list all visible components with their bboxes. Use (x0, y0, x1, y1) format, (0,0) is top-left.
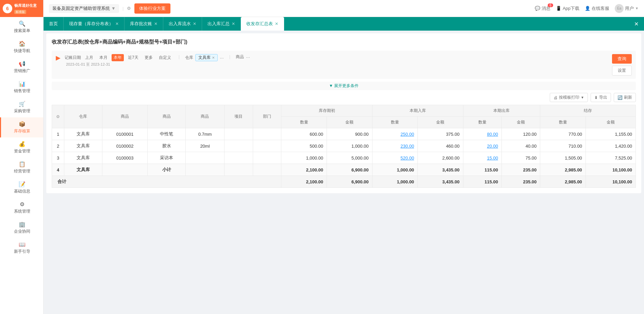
setting-button[interactable]: 设置 (612, 66, 632, 76)
cell-product-spec (186, 164, 224, 176)
sidebar-item-enterprise[interactable]: 🏢 企业协同 (0, 218, 43, 238)
sidebar-item-system[interactable]: ⚙ 系统管理 (0, 198, 43, 218)
sidebar-item-search[interactable]: 🔍 搜索菜单 (0, 17, 43, 37)
refresh-btn[interactable]: 🔄 刷新 (614, 93, 636, 102)
date-btn-this-year[interactable]: 本年 (112, 54, 124, 61)
sidebar-item-label: 新手引导 (14, 249, 30, 254)
tab-flow[interactable]: 出入库流水 ✕ (163, 17, 202, 31)
tab-inventory-dist[interactable]: 现存量（库存分布表） ✕ (64, 17, 125, 31)
cell-out-qty[interactable]: 20.00 (463, 140, 501, 152)
tab-close-icon[interactable]: ✕ (232, 21, 235, 26)
tab-summary[interactable]: 出入库汇总 ✕ (202, 17, 241, 31)
cell-in-qty[interactable]: 230.00 (372, 140, 418, 152)
cell-product-code: 0100003 (102, 152, 148, 164)
print-btn[interactable]: 🖨 按模板打印 ▼ (550, 93, 588, 102)
tab-bar: 首页 现存量（库存分布表） ✕ 库存批次账 ✕ 出入库流水 ✕ 出入库汇总 ✕ … (44, 17, 644, 31)
cell-out-amt: 40.00 (501, 140, 540, 152)
sidebar-item-guide[interactable]: 📖 新手引导 (0, 238, 43, 258)
cell-product-code: 0100002 (102, 140, 148, 152)
experience-button[interactable]: 体验行业方案 (134, 3, 170, 14)
column-settings-icon[interactable]: ⚙ (56, 114, 60, 119)
export-btn[interactable]: ⬇ 导出 (591, 93, 611, 102)
total-closing-amt: 10,100.00 (585, 176, 635, 188)
sidebar-item-purchase[interactable]: 🛒 采购管理 (0, 97, 43, 117)
sidebar-item-sales[interactable]: 📊 销售管理 (0, 77, 43, 97)
refresh-icon: 🔄 (617, 95, 623, 100)
tab-bar-close-btn[interactable]: ✕ (629, 21, 644, 27)
tab-batch[interactable]: 库存批次账 ✕ (125, 17, 163, 31)
tab-receive-summary[interactable]: 收发存汇总表 ✕ (241, 17, 284, 31)
total-closing-qty: 2,985.00 (540, 176, 586, 188)
logo-icon: 6 (3, 4, 12, 13)
tab-close-active-icon[interactable]: ✕ (275, 21, 278, 26)
tab-home[interactable]: 首页 (44, 17, 64, 31)
product-more-btn[interactable]: ··· (246, 54, 250, 60)
message-item[interactable]: 💬 消息 6 (535, 5, 550, 12)
toolbar: 🖨 按模板打印 ▼ ⬇ 导出 🔄 刷新 (52, 93, 636, 102)
app-download-item[interactable]: 📱 App下载 (556, 5, 579, 12)
logo-text-group: 畅库逍好生意 标准版 (14, 3, 37, 14)
export-icon: ⬇ (594, 95, 598, 100)
sidebar-item-inventory[interactable]: 📦 库存核算 (0, 117, 43, 137)
cell-in-amt: 375.00 (418, 128, 463, 140)
sidebar-item-basic-info[interactable]: 📝 基础信息 (0, 178, 43, 198)
online-service-item[interactable]: 👤 在线客服 (585, 5, 609, 12)
product-label: 商品 (236, 54, 244, 60)
sidebar-item-label: 快捷导航 (14, 48, 30, 54)
cell-opening-amt: 6,900.00 (327, 164, 373, 176)
filter-section: ▶ 记账日期 上月 本月 本年 近7天 更多 自定义 (52, 51, 636, 79)
filter-expand-arrow[interactable]: ▶ (56, 55, 61, 61)
cell-closing-amt: 10,100.00 (585, 164, 635, 176)
th-opening-amt: 金额 (327, 117, 373, 128)
export-label: 导出 (599, 95, 607, 100)
system-selector[interactable]: 装备及固定资产辅助管理系统 ▼ (49, 4, 119, 13)
total-opening-amt: 6,900.00 (327, 176, 373, 188)
sidebar-nav: 🔍 搜索菜单 🏠 快捷导航 📢 营销推广 📊 销售管理 🛒 采购管理 📦 (0, 17, 43, 314)
top-header: 装备及固定资产辅助管理系统 ▼ | ⚙ 体验行业方案 💬 消息 6 📱 App下… (44, 0, 644, 17)
sidebar-item-label: 资金管理 (14, 148, 30, 154)
cell-out-qty[interactable]: 80.00 (463, 128, 501, 140)
cell-in-qty[interactable]: 250.00 (372, 128, 418, 140)
sidebar: 6 畅库逍好生意 标准版 🔍 搜索菜单 🏠 快捷导航 📢 营销推广 (0, 0, 44, 314)
sidebar-item-marketing[interactable]: 📢 营销推广 (0, 57, 43, 77)
filter-row: ▶ 记账日期 上月 本月 本年 近7天 更多 自定义 (56, 54, 632, 76)
expand-conditions-btn[interactable]: ▼ 展开更多条件 (52, 82, 636, 90)
tab-close-icon[interactable]: ✕ (115, 21, 119, 26)
warehouse-filter-group: 仓库 文具库 ✕ ··· (185, 54, 224, 61)
date-btn-custom[interactable]: 自定义 (157, 54, 173, 61)
header-divider: | (122, 6, 123, 11)
cell-product-name: 中性笔 (148, 128, 186, 140)
date-btn-last-month[interactable]: 上月 (83, 54, 95, 61)
gear-settings[interactable]: ⚙ (127, 6, 131, 11)
tab-close-icon[interactable]: ✕ (154, 21, 158, 26)
warehouse-tag-close[interactable]: ✕ (212, 56, 215, 60)
enterprise-icon: 🏢 (19, 221, 26, 228)
total-in-qty: 1,000.00 (372, 176, 418, 188)
sidebar-item-quick-nav[interactable]: 🏠 快捷导航 (0, 37, 43, 57)
tab-inventory-dist-label: 现存量（库存分布表） (69, 21, 113, 27)
table-row: 1文具库0100001中性笔0.7mm600.00900.00250.00375… (52, 128, 636, 140)
sidebar-item-finance[interactable]: 💰 资金管理 (0, 137, 43, 158)
cell-out-qty: 115.00 (463, 164, 501, 176)
cell-department (253, 140, 281, 152)
tab-close-icon[interactable]: ✕ (193, 21, 196, 26)
th-closing-qty: 数量 (540, 117, 586, 128)
query-button[interactable]: 查询 (612, 54, 632, 64)
date-btn-more[interactable]: 更多 (143, 54, 155, 61)
table-row: 2文具库0100002胶水20ml500.001,000.00230.00460… (52, 140, 636, 152)
page-title: 收发存汇总表(按仓库+商品编码+商品+规格型号+项目+部门) (52, 39, 636, 45)
cell-out-qty[interactable]: 15.00 (463, 152, 501, 164)
cell-closing-amt: 1,155.00 (585, 128, 635, 140)
warehouse-more-btn[interactable]: ··· (220, 55, 224, 61)
cell-in-qty[interactable]: 520.00 (372, 152, 418, 164)
sidebar-item-operations[interactable]: 📋 经营管理 (0, 158, 43, 178)
table-header-row-1: ⚙ 仓库 商品 商品 商品 项目 部门 库存期初 本期入库 本期出库 (52, 105, 636, 117)
date-btn-7days[interactable]: 近7天 (126, 54, 141, 61)
page-inner: 收发存汇总表(按仓库+商品编码+商品+规格型号+项目+部门) ▶ 记账日期 上月… (46, 33, 641, 193)
user-item[interactable]: Ea 用户 ▼ (615, 4, 639, 13)
date-btn-this-month[interactable]: 本月 (97, 54, 110, 61)
table-foot: 合计 2,100.00 6,900.00 1,000.00 3,435.00 1… (52, 176, 636, 188)
message-badge: 6 (548, 3, 553, 7)
cell-product-spec: 20ml (186, 140, 224, 152)
cell-opening-qty: 1,000.00 (281, 152, 327, 164)
